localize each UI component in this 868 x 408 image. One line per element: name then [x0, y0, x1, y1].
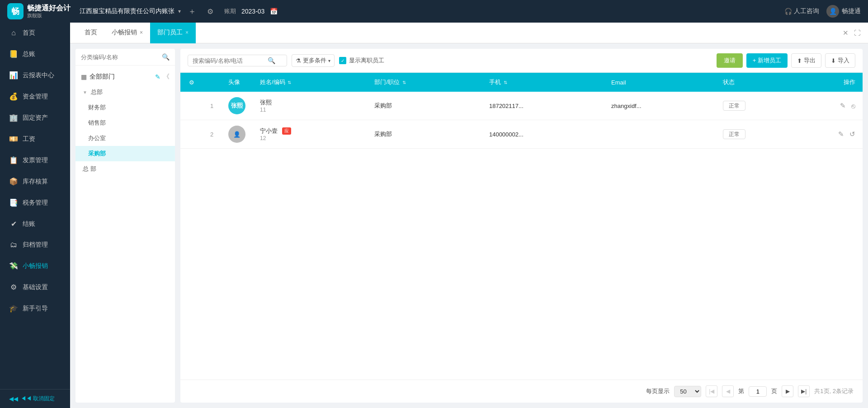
col-name-code[interactable]: 姓名/编码 ⇅ [253, 73, 367, 92]
employee-search-input[interactable] [193, 57, 265, 64]
period-value: 2023-03 [241, 8, 264, 15]
company-dropdown-icon[interactable]: ▾ [178, 8, 181, 14]
dept-office-label: 办公室 [88, 134, 106, 142]
all-depts-header[interactable]: ▦ 全部部门 ✎ 《 [75, 69, 175, 84]
dept-item-office[interactable]: 办公室 [75, 131, 175, 146]
sidebar-item-settle[interactable]: ✔ 结账 [0, 213, 70, 234]
filter-label: 更多条件 [303, 56, 326, 65]
next-page-button[interactable]: ▶ [782, 385, 793, 397]
dept-item-headquarters-label[interactable]: ▼ 总部 [75, 84, 175, 100]
collapse-icon[interactable]: 《 [163, 73, 170, 81]
tab-dept-close-icon[interactable]: × [185, 29, 189, 36]
sidebar-item-label: 资金管理 [23, 93, 48, 101]
sidebar-item-guide[interactable]: 🎓 新手引导 [0, 298, 70, 319]
sidebar-item-settings[interactable]: ⚙ 基础设置 [0, 277, 70, 298]
all-depts-label: 全部部门 [90, 73, 115, 81]
row1-actions-cell: ✎ ⎋ [808, 92, 863, 120]
first-page-button[interactable]: |◀ [706, 385, 717, 397]
last-page-button[interactable]: ▶| [798, 385, 810, 397]
unpin-sidebar-button[interactable]: ◀◀ ◀◀ 取消固定 [0, 389, 70, 408]
col-phone[interactable]: 手机 ⇅ [482, 73, 604, 92]
sidebar-item-label: 总账 [23, 50, 35, 58]
settle-icon: ✔ [9, 220, 18, 228]
topbar: 畅 畅捷通好会计 旗舰版 江西服宝精品有限责任公司内账张 ▾ ＋ ⚙ 账期 20… [0, 0, 868, 23]
pagination: 每页显示 50 10 20 100 |◀ ◀ 第 页 ▶ ▶| 共1页, 2条记… [180, 380, 863, 403]
row2-name: 宁小壹 应 [260, 127, 360, 135]
guide-icon: 🎓 [9, 304, 18, 313]
col-settings[interactable]: ⚙ [180, 73, 203, 92]
sidebar-item-cloud-reports[interactable]: 📊 云报表中心 [0, 65, 70, 86]
page-label: 页 [771, 387, 777, 395]
dept-list: ▦ 全部部门 ✎ 《 ▼ 总部 财务部 [75, 66, 175, 403]
col-actions: 操作 [808, 73, 863, 92]
dept-item-general-hq[interactable]: 总 部 [75, 161, 175, 177]
row1-status-cell: 正常 [716, 92, 808, 120]
tax-icon: 📑 [9, 198, 18, 207]
tab-home[interactable]: 首页 [77, 23, 104, 43]
avatar: 👤 [228, 126, 245, 143]
employee-search-icon[interactable]: 🔍 [268, 57, 275, 64]
page-num-prefix: 第 [738, 387, 744, 395]
sidebar-item-capital[interactable]: 💰 资金管理 [0, 86, 70, 107]
row1-email: zhangxidf... [604, 92, 716, 120]
add-company-icon[interactable]: ＋ [188, 6, 196, 17]
dept-item-finance[interactable]: 财务部 [75, 100, 175, 115]
per-page-label: 每页显示 [646, 387, 670, 395]
add-employee-button[interactable]: + 新增员工 [746, 53, 788, 68]
sort-dept-icon: ⇅ [402, 80, 406, 85]
edit-employee-icon[interactable]: ✎ [838, 130, 844, 138]
prev-page-button[interactable]: ◀ [722, 385, 734, 397]
filter-icon: ⚗ [296, 57, 301, 64]
tab-expense-report[interactable]: 小畅报销 × [104, 23, 150, 43]
table-settings-icon[interactable]: ⚙ [189, 79, 194, 86]
edit-employee-icon[interactable]: ✎ [840, 102, 846, 110]
col-num [203, 73, 221, 92]
sidebar-item-archive[interactable]: 🗂 归档管理 [0, 234, 70, 255]
row2-dept: 采购部 [367, 120, 481, 149]
row2-avatar-cell: 👤 [221, 120, 253, 149]
col-dept[interactable]: 部门/职位 ⇅ [367, 73, 481, 92]
tab-expand-icon[interactable]: ⛶ [854, 29, 861, 37]
settings-icon[interactable]: ⚙ [207, 7, 213, 16]
sidebar-item-label: 新手引导 [23, 305, 48, 313]
tab-dept-employee[interactable]: 部门员工 × [150, 23, 196, 43]
tab-actions: ✕ ⛶ [843, 29, 861, 37]
sidebar-item-ledger[interactable]: 📒 总账 [0, 43, 70, 65]
row1-name: 张熙 [260, 98, 360, 107]
sidebar-item-invoice[interactable]: 📋 发票管理 [0, 150, 70, 171]
sidebar-item-payroll[interactable]: 💴 工资 [0, 128, 70, 150]
row1-dept: 采购部 [367, 92, 481, 120]
sidebar-item-fixed-assets[interactable]: 🏢 固定资产 [0, 107, 70, 128]
table-row: 1 张熙 张熙 11 [180, 92, 863, 120]
row1-num: 1 [203, 92, 221, 120]
sidebar-item-expense[interactable]: 💸 小畅报销 [0, 255, 70, 277]
tab-expense-close-icon[interactable]: × [140, 29, 143, 36]
ledger-icon: 📒 [9, 50, 18, 58]
sidebar-item-label: 工资 [23, 135, 35, 143]
invite-button[interactable]: 邀请 [717, 53, 743, 68]
refresh-employee-icon[interactable]: ↺ [849, 130, 855, 138]
show-resigned-toggle[interactable]: ✓ 显示离职员工 [339, 56, 384, 65]
sidebar-item-inventory[interactable]: 📦 库存核算 [0, 171, 70, 192]
dept-purchase-label: 采购部 [88, 150, 106, 158]
dept-item-sales[interactable]: 销售部 [75, 115, 175, 131]
show-resigned-checkbox[interactable]: ✓ [339, 57, 346, 64]
logout-employee-icon[interactable]: ⎋ [851, 102, 855, 110]
user-menu[interactable]: 👤 畅捷通 [826, 5, 861, 18]
import-button[interactable]: ⬇ 导入 [825, 53, 855, 68]
dept-search-icon[interactable]: 🔍 [162, 53, 170, 61]
per-page-select[interactable]: 50 10 20 100 [674, 386, 701, 397]
dept-search-input[interactable] [81, 54, 159, 61]
dept-item-purchase[interactable]: 采购部 [75, 146, 175, 161]
export-button[interactable]: ⬆ 导出 [791, 53, 821, 68]
support-button[interactable]: 🎧 人工咨询 [784, 7, 819, 15]
tab-close-all-icon[interactable]: ✕ [843, 29, 849, 37]
page-number-input[interactable] [749, 386, 767, 397]
sidebar-item-label: 归档管理 [23, 241, 48, 249]
filter-button[interactable]: ⚗ 更多条件 ▾ [292, 54, 335, 67]
sidebar-item-tax[interactable]: 📑 税务管理 [0, 192, 70, 213]
avatar: 张熙 [228, 97, 245, 114]
calendar-icon[interactable]: 📅 [270, 8, 278, 15]
edit-dept-icon[interactable]: ✎ [155, 73, 160, 80]
sidebar-item-home[interactable]: ⌂ 首页 [0, 23, 70, 43]
